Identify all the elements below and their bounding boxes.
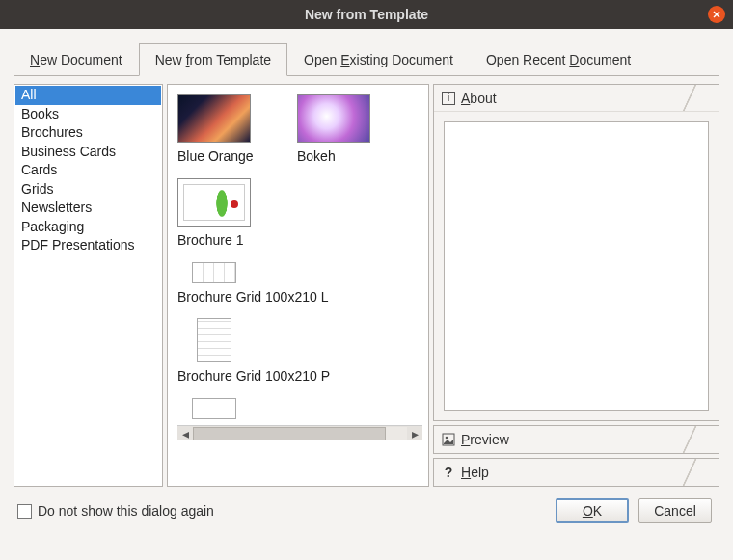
- preview-header[interactable]: Preview: [434, 426, 719, 453]
- info-icon: i: [442, 92, 455, 105]
- category-list[interactable]: All Books Brochures Business Cards Cards…: [14, 84, 163, 487]
- category-item-all[interactable]: All: [15, 86, 161, 105]
- checkbox-box[interactable]: [17, 504, 32, 519]
- category-item-pdf-presentations[interactable]: PDF Presentations: [15, 236, 161, 255]
- help-icon: ?: [442, 466, 455, 479]
- thumbnail: [177, 94, 251, 143]
- template-grid: Blue Orange Bokeh Brochure 1 Brochure Gr…: [177, 94, 399, 425]
- footer: Do not show this dialog again OK Cancel: [14, 487, 719, 523]
- template-partial[interactable]: [177, 398, 390, 425]
- template-label: Brochure Grid 100x210 P: [177, 366, 390, 385]
- dont-show-again-checkbox[interactable]: Do not show this dialog again: [17, 503, 546, 519]
- horizontal-scrollbar[interactable]: ◂ ▸: [177, 425, 422, 440]
- cancel-button[interactable]: Cancel: [638, 498, 712, 523]
- about-header[interactable]: i About: [434, 85, 719, 112]
- help-label: Help: [461, 465, 489, 480]
- template-label: Brochure Grid 100x210 L: [177, 287, 390, 306]
- tab-open-existing[interactable]: Open Existing Document: [287, 43, 470, 76]
- thumbnail: [192, 262, 236, 283]
- category-item-newsletters[interactable]: Newsletters: [15, 199, 161, 218]
- preview-label: Preview: [461, 432, 509, 447]
- category-item-business-cards[interactable]: Business Cards: [15, 143, 161, 162]
- template-label: Bokeh: [297, 147, 399, 165]
- template-brochure-grid-p[interactable]: Brochure Grid 100x210 P: [177, 318, 390, 385]
- main-area: All Books Brochures Business Cards Cards…: [14, 84, 719, 487]
- template-pane[interactable]: Blue Orange Bokeh Brochure 1 Brochure Gr…: [167, 84, 429, 487]
- category-item-brochures[interactable]: Brochures: [15, 123, 161, 143]
- ok-button[interactable]: OK: [556, 498, 629, 523]
- category-item-grids[interactable]: Grids: [15, 180, 161, 200]
- thumbnail: [197, 318, 231, 362]
- template-label: Brochure 1: [177, 230, 280, 249]
- about-section: i About: [433, 84, 719, 421]
- dialog-body: New Document New from Template Open Exis…: [0, 29, 733, 531]
- about-label: About: [461, 91, 497, 106]
- svg-point-3: [446, 437, 448, 440]
- category-item-packaging[interactable]: Packaging: [15, 218, 161, 237]
- category-item-cards[interactable]: Cards: [15, 161, 161, 180]
- template-label: Blue Orange: [177, 147, 280, 165]
- help-header[interactable]: ? Help: [434, 459, 719, 486]
- scroll-left-arrow[interactable]: ◂: [177, 427, 193, 440]
- help-section: ? Help: [433, 458, 719, 487]
- titlebar: New from Template: [0, 0, 733, 29]
- close-button[interactable]: [708, 6, 725, 23]
- template-bokeh[interactable]: Bokeh: [297, 94, 399, 165]
- scroll-right-arrow[interactable]: ▸: [407, 427, 422, 440]
- image-icon: [442, 433, 455, 446]
- tabstrip: New Document New from Template Open Exis…: [14, 42, 719, 76]
- window-title: New from Template: [0, 7, 733, 22]
- template-brochure-grid-l[interactable]: Brochure Grid 100x210 L: [177, 262, 390, 306]
- preview-section: Preview: [433, 425, 719, 454]
- tab-new-from-template[interactable]: New from Template: [139, 43, 287, 76]
- thumbnail: [297, 94, 370, 143]
- thumbnail: [192, 398, 236, 419]
- tab-new-document[interactable]: New Document: [14, 43, 139, 76]
- category-item-books[interactable]: Books: [15, 105, 161, 124]
- right-column: i About Preview ? Help: [433, 84, 719, 487]
- close-icon: [712, 10, 721, 19]
- template-blue-orange[interactable]: Blue Orange: [177, 94, 280, 165]
- scroll-thumb[interactable]: [193, 427, 386, 440]
- tab-open-recent[interactable]: Open Recent Document: [470, 43, 647, 76]
- thumbnail: [177, 178, 251, 227]
- scroll-track[interactable]: [193, 427, 407, 440]
- about-body: [444, 121, 709, 411]
- dont-show-label: Do not show this dialog again: [38, 503, 214, 519]
- template-brochure-1[interactable]: Brochure 1: [177, 178, 280, 249]
